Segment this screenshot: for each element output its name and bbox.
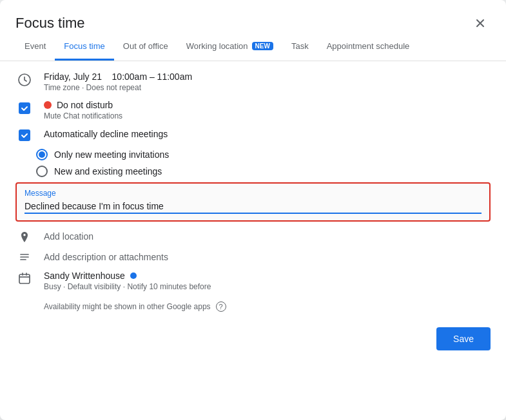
dnd-content: Do not disturb Mute Chat notifications: [44, 100, 491, 120]
auto-decline-label: Automatically decline meetings: [44, 129, 168, 139]
auto-decline-checkbox[interactable]: [19, 129, 30, 141]
working-location-new-badge: NEW: [252, 42, 273, 50]
add-description-row: Add description or attachments: [15, 250, 491, 264]
svg-rect-1: [19, 274, 30, 283]
close-icon: [474, 17, 487, 30]
user-content: Sandy Writtenhouse Busy · Default visibi…: [44, 271, 491, 291]
description-icon-wrapper: [15, 251, 34, 264]
dnd-label: Do not disturb: [57, 100, 113, 110]
add-location-row: Add location: [15, 229, 491, 243]
dialog: Focus time Event Focus time Out of offic…: [0, 0, 506, 420]
dnd-row: Do not disturb Mute Chat notifications: [15, 100, 491, 120]
user-name: Sandy Writtenhouse: [44, 271, 125, 281]
message-label: Message: [24, 189, 482, 198]
tab-event[interactable]: Event: [15, 33, 55, 61]
dialog-title: Focus time: [15, 15, 85, 32]
dialog-header: Focus time: [0, 0, 506, 33]
radio-option-1[interactable]: Only new meeting invitations: [36, 149, 491, 160]
dnd-label-row: Do not disturb: [44, 100, 491, 110]
radio-inner-1: [39, 151, 45, 158]
dnd-status-dot: [44, 101, 52, 109]
description-icon: [18, 251, 31, 264]
datetime-row: Friday, July 21 10:00am – 11:00am Time z…: [15, 72, 491, 92]
message-box: Message: [15, 182, 491, 222]
radio-outer-1: [36, 149, 48, 160]
dnd-icon-placeholder: [15, 101, 34, 114]
dnd-checkbox[interactable]: [19, 102, 30, 114]
availability-row: Availability might be shown in other Goo…: [44, 301, 491, 312]
calendar-icon-wrapper: [15, 272, 34, 285]
checkmark-icon-2: [21, 131, 28, 139]
main-content: Friday, July 21 10:00am – 11:00am Time z…: [0, 61, 506, 312]
tabs-bar: Event Focus time Out of office Working l…: [0, 33, 506, 61]
tab-working-location[interactable]: Working location NEW: [177, 33, 282, 61]
user-status-dot: [130, 272, 137, 279]
auto-decline-content: Automatically decline meetings: [44, 128, 491, 140]
radio-label-2: New and existing meetings: [54, 166, 162, 177]
clock-icon-wrapper: [15, 73, 34, 87]
calendar-row: Sandy Writtenhouse Busy · Default visibi…: [15, 271, 491, 291]
radio-label-1: Only new meeting invitations: [54, 149, 169, 160]
add-description-label[interactable]: Add description or attachments: [44, 252, 168, 262]
clock-icon: [17, 73, 32, 87]
tab-appointment-schedule[interactable]: Appointment schedule: [318, 33, 419, 61]
user-status: Busy · Default visibility · Notify 10 mi…: [44, 282, 491, 291]
add-location-label[interactable]: Add location: [44, 231, 93, 242]
auto-decline-row: Automatically decline meetings: [15, 128, 491, 141]
timezone-repeat: Time zone · Does not repeat: [44, 83, 491, 92]
tab-focus-time[interactable]: Focus time: [55, 33, 114, 61]
location-pin-icon: [18, 231, 31, 243]
dialog-footer: Save: [0, 317, 506, 356]
save-button[interactable]: Save: [436, 327, 491, 350]
radio-group: Only new meeting invitations New and exi…: [36, 149, 491, 177]
user-name-row: Sandy Writtenhouse: [44, 271, 491, 281]
datetime-content: Friday, July 21 10:00am – 11:00am Time z…: [44, 72, 491, 92]
help-icon[interactable]: ?: [216, 301, 226, 312]
message-input[interactable]: [24, 201, 482, 214]
calendar-icon: [18, 272, 31, 285]
dnd-sublabel: Mute Chat notifications: [44, 111, 491, 120]
location-icon-wrapper: [15, 231, 34, 243]
tab-out-of-office[interactable]: Out of office: [114, 33, 177, 61]
date-time-display: Friday, July 21 10:00am – 11:00am: [44, 72, 491, 82]
tab-task[interactable]: Task: [282, 33, 318, 61]
auto-decline-icon-placeholder: [15, 129, 34, 141]
radio-option-2[interactable]: New and existing meetings: [36, 166, 491, 177]
close-button[interactable]: [470, 13, 491, 33]
radio-outer-2: [36, 166, 48, 177]
checkmark-icon: [21, 104, 28, 112]
availability-text: Availability might be shown in other Goo…: [44, 302, 211, 311]
